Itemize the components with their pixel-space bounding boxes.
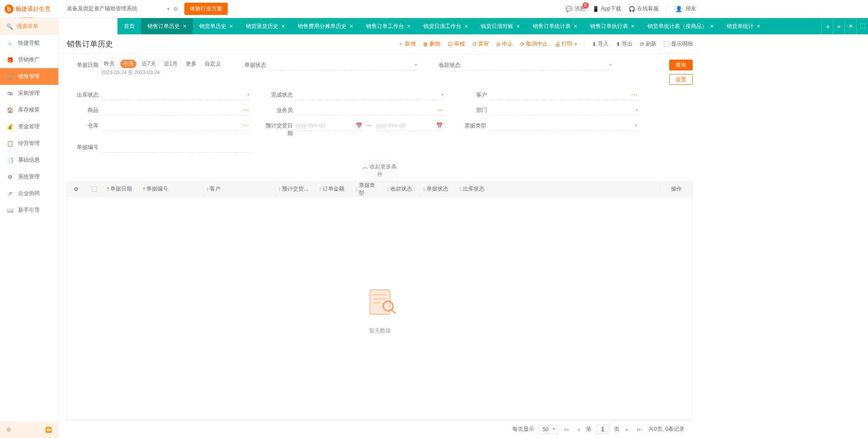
date-chip[interactable]: 近7天 bbox=[139, 60, 159, 68]
checkbox-icon[interactable] bbox=[92, 186, 97, 192]
tab-close-all[interactable]: ✕ bbox=[845, 18, 856, 34]
prev-page-button[interactable]: ◂ bbox=[575, 426, 582, 433]
tab-6[interactable]: 钱货日清工作台✕ bbox=[417, 18, 474, 34]
app-download-button[interactable]: 📱 App下载 bbox=[592, 5, 621, 13]
close-icon[interactable]: ✕ bbox=[281, 23, 285, 29]
messages-button[interactable]: 💬 消息 6 bbox=[566, 5, 585, 13]
product-input[interactable]: ⋯ bbox=[101, 105, 250, 116]
out-status-select[interactable]: ▾ bbox=[101, 89, 250, 100]
settings-icon[interactable]: ⚙ bbox=[6, 427, 11, 433]
support-button[interactable]: 🎧 在线客服 bbox=[629, 5, 659, 13]
column-header-5[interactable]: ▴▾预计交货... bbox=[275, 182, 316, 196]
date-to-input[interactable]: yyyy-mm-dd📅 bbox=[376, 120, 444, 131]
tab-10[interactable]: 销货单统计表（按商品）✕ bbox=[641, 18, 720, 34]
ticket-type-select[interactable]: ▾ bbox=[489, 120, 638, 131]
stop-button[interactable]: ⊘中止 bbox=[496, 40, 513, 48]
import-button[interactable]: ⬇导入 bbox=[592, 40, 609, 48]
tab-4[interactable]: 销售费用分摊单历史✕ bbox=[291, 18, 360, 34]
column-header-0[interactable]: ⚙ bbox=[67, 182, 85, 196]
page-input[interactable] bbox=[596, 425, 610, 434]
close-icon[interactable]: ✕ bbox=[516, 23, 520, 29]
column-header-10[interactable]: ▴▾出库状态 bbox=[456, 182, 661, 196]
sidebar-search[interactable]: 🔍 搜索菜单 bbox=[0, 18, 58, 35]
sidebar-item-7[interactable]: 📑基础信息 bbox=[0, 152, 58, 168]
close-icon[interactable]: ✕ bbox=[464, 23, 468, 29]
column-header-1[interactable] bbox=[85, 182, 103, 196]
date-chip[interactable]: 更多 bbox=[183, 60, 199, 68]
gear-icon[interactable]: ⚙ bbox=[173, 6, 178, 12]
dept-select[interactable]: ▾ bbox=[490, 105, 639, 116]
collapse-sidebar-icon[interactable]: ⏪ bbox=[45, 427, 52, 433]
sidebar-item-1[interactable]: 🎁营销推广 bbox=[0, 51, 58, 68]
refresh-button[interactable]: ⟳刷新 bbox=[640, 40, 657, 48]
tab-11[interactable]: 销货单统计✕ bbox=[720, 18, 767, 34]
last-page-button[interactable]: ⏭ bbox=[635, 426, 644, 433]
settings-button[interactable]: 设置 bbox=[669, 74, 693, 85]
show-detail-checkbox[interactable]: 显示明细 bbox=[664, 40, 693, 48]
tab-3[interactable]: 销货退货历史✕ bbox=[239, 18, 291, 34]
user-menu[interactable]: 👤 用友 bbox=[674, 4, 696, 14]
tab-8[interactable]: 销售订单统计表✕ bbox=[526, 18, 584, 34]
delete-button[interactable]: 🗑删除 bbox=[423, 40, 441, 48]
close-icon[interactable]: ✕ bbox=[229, 23, 233, 29]
tab-0[interactable]: 首页 bbox=[117, 18, 141, 34]
warehouse-input[interactable]: ⋯ bbox=[101, 120, 250, 131]
doc-no-input[interactable] bbox=[101, 142, 250, 153]
date-chip[interactable]: 自定义 bbox=[202, 60, 224, 68]
column-header-9[interactable]: ▴▾单据状态 bbox=[420, 182, 456, 196]
tab-1[interactable]: 销售订单历史✕ bbox=[141, 18, 193, 34]
add-button[interactable]: ＋新增 bbox=[398, 40, 416, 48]
column-header-7[interactable]: ▴▾票据类型 bbox=[352, 182, 384, 196]
tab-scroll-left[interactable]: ◂ bbox=[821, 18, 833, 34]
query-button[interactable]: 查询 bbox=[669, 60, 693, 70]
sidebar-item-6[interactable]: 📋经营管理 bbox=[0, 135, 58, 152]
tab-5[interactable]: 销售订单工作台✕ bbox=[360, 18, 417, 34]
sidebar-item-10[interactable]: 📖新手引导 bbox=[0, 202, 58, 219]
tab-scroll-right[interactable]: ▸ bbox=[833, 18, 845, 34]
finish-status-select[interactable]: ▾ bbox=[296, 89, 445, 100]
close-icon[interactable]: ✕ bbox=[756, 23, 760, 29]
per-page-select[interactable]: 50 bbox=[539, 425, 557, 434]
column-header-2[interactable]: ▴▾单据日期 bbox=[103, 182, 140, 196]
date-chip[interactable]: 近1月 bbox=[161, 60, 181, 68]
audit-button[interactable]: ☑审核 bbox=[448, 40, 465, 48]
sidebar-item-5[interactable]: 💰资金管理 bbox=[0, 118, 58, 135]
collapse-filters-button[interactable]: ︽ 收起更多条件 bbox=[362, 160, 398, 181]
fullscreen-icon[interactable]: ⛶ bbox=[856, 18, 868, 34]
date-from-input[interactable]: yyyy-mm-dd📅 bbox=[296, 120, 363, 131]
close-icon[interactable]: ✕ bbox=[710, 23, 714, 29]
sidebar-item-0[interactable]: ⌂快捷导航 bbox=[0, 35, 58, 51]
column-header-8[interactable]: ▴▾收款状态 bbox=[384, 182, 420, 196]
column-header-3[interactable]: ▴▾单据编号 bbox=[140, 182, 203, 196]
salesman-input[interactable]: ⋯ bbox=[296, 105, 445, 116]
tab-2[interactable]: 销货单历史✕ bbox=[193, 18, 239, 34]
sidebar-item-2[interactable]: 🛒销售管理 bbox=[0, 68, 58, 85]
giveup-button[interactable]: ↺弃审 bbox=[472, 40, 489, 48]
column-header-11[interactable]: 操作 bbox=[661, 182, 692, 196]
column-header-4[interactable]: ▴▾客户 bbox=[203, 182, 275, 196]
date-chip[interactable]: 昨天 bbox=[101, 60, 117, 68]
close-icon[interactable]: ✕ bbox=[407, 23, 411, 29]
sidebar-item-8[interactable]: ⚙系统管理 bbox=[0, 168, 58, 185]
pay-status-select[interactable]: ▾ bbox=[463, 60, 612, 70]
first-page-button[interactable]: ⏮ bbox=[562, 426, 571, 433]
tab-9[interactable]: 销售订单执行表✕ bbox=[584, 18, 641, 34]
sidebar-item-4[interactable]: 🏠库存核算 bbox=[0, 102, 58, 118]
close-icon[interactable]: ✕ bbox=[349, 23, 353, 29]
sidebar-item-9[interactable]: ↗企业协同 bbox=[0, 185, 58, 202]
unstop-button[interactable]: ⟳取消中止 bbox=[520, 40, 548, 48]
doc-status-select[interactable]: ▾ bbox=[269, 60, 418, 70]
date-chip[interactable]: 今天 bbox=[120, 60, 136, 68]
plan-button[interactable]: 体验行业方案 bbox=[184, 3, 228, 15]
sidebar-item-3[interactable]: 🛍采购管理 bbox=[0, 85, 58, 102]
close-icon[interactable]: ✕ bbox=[573, 23, 577, 29]
close-icon[interactable]: ✕ bbox=[631, 23, 635, 29]
close-icon[interactable]: ✕ bbox=[183, 23, 187, 29]
export-button[interactable]: ⬆导出 bbox=[616, 40, 633, 48]
column-header-6[interactable]: ▴▾订单金额 bbox=[316, 182, 352, 196]
print-button[interactable]: 🖨打印▾ bbox=[555, 40, 577, 48]
next-page-button[interactable]: ▸ bbox=[624, 426, 630, 433]
system-selector[interactable]: 装备及固定资产辅助管理系统 ▾ bbox=[67, 5, 169, 13]
customer-input[interactable]: ⋯ bbox=[490, 89, 639, 100]
tab-7[interactable]: 钱货日清对账✕ bbox=[474, 18, 526, 34]
